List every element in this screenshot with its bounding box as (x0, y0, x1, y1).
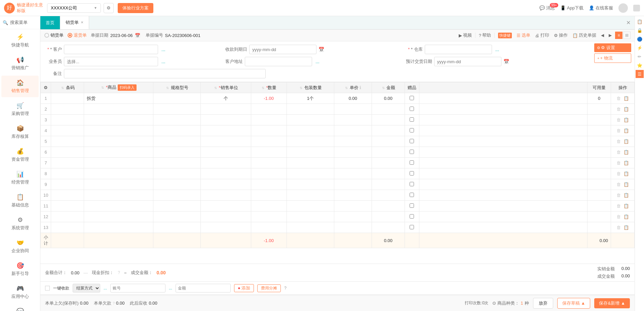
remark-input[interactable] (64, 69, 266, 78)
ops-btn[interactable]: ⚙ 操作 (553, 32, 569, 39)
online-service-btn[interactable]: 👤 在线客服 (589, 5, 613, 11)
radio-sale[interactable]: 销货单 (44, 32, 64, 38)
sidebar-item-purchase[interactable]: 🛒 采购管理 (1, 99, 39, 120)
row-qty-12[interactable] (251, 211, 287, 222)
row-product-6[interactable] (84, 147, 153, 158)
rs-dot-icon[interactable]: 🔵 (636, 35, 644, 43)
row-product-11[interactable] (84, 201, 153, 211)
salesperson-input[interactable] (64, 57, 158, 66)
next-btn[interactable]: ▶ (607, 32, 613, 38)
row-price-3[interactable] (334, 115, 372, 125)
doc-date-value[interactable]: 2023-06-06 (110, 33, 133, 38)
copy-icon-5[interactable]: 📋 (623, 139, 629, 144)
delete-icon-13[interactable]: 🗑 (616, 225, 621, 230)
sidebar-item-inventory[interactable]: 📦 库存核算 (1, 121, 39, 143)
row-amount-8[interactable] (372, 168, 405, 179)
row-pack-qty-2[interactable] (287, 104, 334, 115)
row-pack-qty-12[interactable] (287, 211, 334, 222)
print-btn[interactable]: 🖨 打印 (534, 32, 551, 39)
row-qty-3[interactable] (251, 115, 287, 125)
row-amount-11[interactable] (372, 201, 405, 211)
gift-checkbox-4[interactable] (410, 128, 414, 132)
receive-date-input[interactable] (249, 45, 316, 54)
delete-icon-8[interactable]: 🗑 (616, 171, 621, 176)
row-unit-2[interactable] (200, 104, 251, 115)
sort-icon-unit[interactable]: ⇅ (214, 86, 217, 90)
customer-ellipsis[interactable]: ... (160, 47, 167, 52)
row-spec-9[interactable] (153, 179, 200, 190)
row-pack-qty-7[interactable] (287, 158, 334, 168)
row-qty-6[interactable] (251, 147, 287, 158)
row-price-9[interactable] (334, 179, 372, 190)
row-pack-qty-11[interactable] (287, 201, 334, 211)
sort-icon-spec[interactable]: ⇅ (166, 86, 169, 90)
row-unit-5[interactable] (200, 136, 251, 147)
payment-method-select[interactable]: 结算方式 (73, 284, 100, 293)
save-new-btn[interactable]: 保存&新增 ▲ (594, 298, 630, 308)
gift-checkbox-9[interactable] (410, 182, 414, 186)
sidebar-item-sales[interactable]: 🏠 销售管理 (1, 76, 39, 97)
sidebar-search[interactable]: 🔍 搜索菜单 (0, 16, 40, 29)
row-price-12[interactable] (334, 211, 372, 222)
row-pack-qty-6[interactable] (287, 147, 334, 158)
row-pack-qty-13[interactable] (287, 222, 334, 233)
row-pack-qty-3[interactable] (287, 115, 334, 125)
row-pack-qty-5[interactable] (287, 136, 334, 147)
sidebar-item-basic[interactable]: 📋 基础信息 (1, 190, 39, 211)
row-gift-11[interactable] (405, 201, 419, 211)
abandon-btn[interactable]: 放弃 (533, 298, 553, 309)
gift-checkbox-1[interactable] (410, 96, 414, 100)
row-amount-12[interactable] (372, 211, 405, 222)
sidebar-item-system[interactable]: ⚙ 系统管理 (1, 213, 39, 234)
row-price-11[interactable] (334, 201, 372, 211)
row-product-3[interactable] (84, 115, 153, 125)
view-grid-btn[interactable]: ⊞ (623, 32, 631, 39)
copy-icon-3[interactable]: 📋 (623, 117, 629, 122)
view-list-btn[interactable]: ≡ (615, 32, 622, 39)
row-barcode-9[interactable] (51, 179, 84, 190)
trial-btn[interactable]: 体验行业方案 (118, 3, 153, 13)
gift-checkbox-8[interactable] (410, 171, 414, 176)
row-product-5[interactable] (84, 136, 153, 147)
row-qty-13[interactable] (251, 222, 287, 233)
payment-help-icon[interactable]: ? (284, 286, 287, 290)
delete-icon-11[interactable]: 🗑 (616, 203, 621, 208)
expected-date-input[interactable] (434, 57, 501, 66)
gift-checkbox-6[interactable] (410, 150, 414, 154)
row-qty-11[interactable] (251, 201, 287, 211)
video-btn[interactable]: ▶ 视频 (457, 32, 473, 39)
delete-icon-6[interactable]: 🗑 (616, 150, 621, 155)
rs-notes-icon[interactable]: 📋 (636, 17, 644, 26)
row-qty-8[interactable] (251, 168, 287, 179)
row-amount-1[interactable]: 0.00 (372, 93, 405, 104)
copy-icon-10[interactable]: 📋 (623, 193, 629, 198)
row-spec-5[interactable] (153, 136, 200, 147)
radio-return[interactable]: 退货单 (68, 32, 87, 38)
warehouse-input[interactable]: 建材仓 (425, 45, 492, 54)
delete-icon-5[interactable]: 🗑 (616, 139, 621, 144)
customer-input[interactable] (64, 45, 158, 54)
gift-checkbox-3[interactable] (410, 117, 414, 122)
salesperson-ellipsis[interactable]: ... (160, 59, 167, 64)
row-qty-2[interactable] (251, 104, 287, 115)
row-spec-4[interactable] (153, 125, 200, 136)
prev-btn[interactable]: ◀ (600, 32, 605, 38)
message-btn[interactable]: 💬 消息 99+ (539, 5, 555, 11)
row-barcode-5[interactable] (51, 136, 84, 147)
row-barcode-7[interactable] (51, 158, 84, 168)
row-barcode-12[interactable] (51, 211, 84, 222)
rs-lock-icon[interactable]: 🔒 (636, 26, 644, 34)
shortcut-btn[interactable]: 快捷键 (497, 32, 513, 39)
date-calendar-icon[interactable]: 📅 (135, 33, 140, 38)
row-qty-4[interactable] (251, 125, 287, 136)
settings-button[interactable]: ⚙ (104, 3, 114, 13)
row-price-1[interactable]: 0.00 (334, 93, 372, 104)
row-price-13[interactable] (334, 222, 372, 233)
row-spec-11[interactable] (153, 201, 200, 211)
delete-icon-9[interactable]: 🗑 (616, 182, 621, 187)
row-gift-12[interactable] (405, 211, 419, 222)
prev-balance-help[interactable]: ? (113, 301, 115, 305)
rs-highlight-icon[interactable]: ☰ (636, 70, 644, 78)
row-spec-10[interactable] (153, 190, 200, 201)
row-product-10[interactable] (84, 190, 153, 201)
